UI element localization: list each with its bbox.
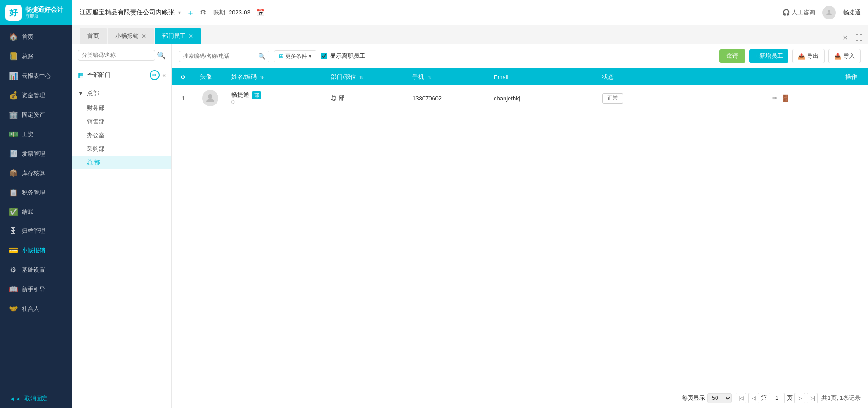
tab-dept-emp-label: 部门员工 (162, 32, 186, 40)
sidebar-item-ledger[interactable]: 📒 总账 (0, 47, 72, 66)
dept-child-purchase-label: 采购部 (87, 145, 104, 152)
dept-parent-label: 总部 (87, 90, 99, 97)
sidebar-label-capital: 资金管理 (22, 91, 45, 100)
name-sort-icon[interactable]: ⇅ (260, 75, 264, 80)
dept-search-icon[interactable]: 🔍 (157, 51, 166, 60)
support-label: 人工咨询 (792, 9, 815, 17)
company-dropdown-icon[interactable]: ▾ (178, 9, 181, 16)
sidebar-label-tax: 税务管理 (22, 189, 45, 197)
sidebar-item-fixed-assets[interactable]: 🏢 固定资产 (0, 105, 72, 124)
close-tab-icon[interactable]: ✕ (840, 32, 850, 44)
add-employee-button[interactable]: + 新增员工 (749, 49, 788, 63)
tab-dept-emp[interactable]: 部门员工 ✕ (155, 28, 201, 44)
col-dept: 部门/职位 ⇅ (326, 68, 407, 85)
dept-search-input[interactable] (78, 50, 155, 61)
content-area: 🔍 ▦ 全部部门 ✏ « ▼ 总部 财务部 (72, 44, 868, 408)
sidebar-item-partner[interactable]: 🤝 社合人 (0, 299, 72, 318)
employee-table: ⚙ 头像 姓名/编码 ⇅ 部门/职位 ⇅ (172, 68, 868, 111)
sidebar-label-partner: 社合人 (22, 305, 39, 313)
settings-gear-icon[interactable]: ⚙ (200, 8, 206, 17)
sidebar-label-expense: 小畅报销 (22, 247, 45, 255)
sidebar-item-archive[interactable]: 🗄 归档管理 (0, 222, 72, 241)
import-button[interactable]: 📥 导入 (828, 49, 861, 63)
right-panel: 🔍 ⊞ 更多条件 ▾ 显示离职员工 邀请 + 新增员工 (172, 44, 868, 408)
dept-child-purchase[interactable]: 采购部 (72, 142, 171, 156)
sidebar-item-inventory[interactable]: 📦 库存核算 (0, 163, 72, 183)
sidebar-item-reports[interactable]: 📊 云报表中心 (0, 66, 72, 85)
sidebar-item-guide[interactable]: 📖 新手引导 (0, 280, 72, 299)
unpin-button[interactable]: ◄◄ 取消固定 (0, 389, 72, 408)
edit-button[interactable]: ✏ (772, 94, 778, 102)
sidebar-label-invoice: 发票管理 (22, 150, 45, 158)
sidebar: 好 畅捷通好会计 旗舰版 🏠 首页 📒 总账 📊 云报表中心 💰 资金管理 🏢 … (0, 0, 72, 408)
tab-dept-emp-close-icon[interactable]: ✕ (189, 33, 193, 39)
tab-expense-label: 小畅报销 (115, 32, 139, 40)
per-page-label: 每页显示 (682, 394, 705, 402)
col-settings: ⚙ (172, 68, 194, 85)
topbar: 江西服宝精品有限责任公司内账张 ▾ ＋ ⚙ 账期 2023-03 📅 🎧 人工咨… (72, 0, 868, 25)
per-page-select[interactable]: 50 100 200 (707, 393, 732, 403)
add-company-icon[interactable]: ＋ (186, 7, 194, 18)
sidebar-item-close[interactable]: ✅ 结账 (0, 202, 72, 222)
sidebar-item-invoice[interactable]: 🧾 发票管理 (0, 144, 72, 163)
show-resigned-checkbox[interactable] (321, 53, 327, 59)
fullscreen-icon[interactable]: ⛶ (854, 32, 864, 44)
page-prev-button[interactable]: ◁ (748, 393, 759, 403)
tab-expense[interactable]: 小畅报销 ✕ (108, 28, 154, 44)
emp-name-group: 畅捷通 部 (231, 91, 320, 99)
tab-expense-close-icon[interactable]: ✕ (142, 33, 146, 39)
calendar-icon[interactable]: 📅 (256, 8, 265, 17)
phone-sort-icon[interactable]: ⇅ (428, 75, 431, 80)
dept-edit-button[interactable]: ✏ (150, 70, 160, 80)
sidebar-item-home[interactable]: 🏠 首页 (0, 27, 72, 47)
total-info: 共1页, 1条记录 (821, 394, 861, 402)
app-logo: 好 畅捷通好会计 旗舰版 (0, 0, 72, 25)
export-button[interactable]: 📤 导出 (792, 49, 825, 63)
dept-child-general-label: 总 部 (87, 159, 100, 166)
employee-avatar (202, 90, 218, 106)
dept-grid-icon: ▦ (78, 71, 84, 79)
dept-collapse-icon[interactable]: « (162, 71, 166, 79)
pagination: 每页显示 50 100 200 |◁ ◁ 第 页 ▷ ▷| 共1页, 1 (172, 388, 868, 408)
page-nav: |◁ ◁ 第 页 ▷ ▷| (736, 393, 818, 403)
status-badge: 正常 (602, 93, 623, 104)
main-area: 江西服宝精品有限责任公司内账张 ▾ ＋ ⚙ 账期 2023-03 📅 🎧 人工咨… (72, 0, 868, 408)
dept-child-office[interactable]: 办公室 (72, 128, 171, 142)
dept-parent-node: ▼ 总部 (72, 86, 171, 101)
invite-button[interactable]: 邀请 (719, 49, 745, 63)
dept-sort-icon[interactable]: ⇅ (359, 75, 363, 80)
sidebar-item-settings[interactable]: ⚙ 基础设置 (0, 260, 72, 280)
sidebar-item-salary[interactable]: 💵 工资 (0, 124, 72, 144)
sidebar-label-fixed-assets: 固定资产 (22, 111, 45, 119)
row-num: 1 (172, 85, 194, 111)
emp-search-box[interactable]: 🔍 (179, 51, 269, 62)
col-avatar: 头像 (194, 68, 226, 85)
filter-icon: ⊞ (279, 53, 283, 59)
page-first-button[interactable]: |◁ (736, 393, 746, 403)
page-last-button[interactable]: ▷| (807, 393, 818, 403)
sidebar-label-ledger: 总账 (22, 52, 33, 61)
page-next-button[interactable]: ▷ (794, 393, 805, 403)
dept-child-sales[interactable]: 销售部 (72, 115, 171, 128)
more-filter-button[interactable]: ⊞ 更多条件 ▾ (274, 50, 316, 62)
dept-child-finance[interactable]: 财务部 (72, 101, 171, 115)
left-panel: 🔍 ▦ 全部部门 ✏ « ▼ 总部 财务部 (72, 44, 172, 408)
dept-header: ▦ 全部部门 ✏ « (72, 66, 171, 84)
sidebar-item-tax[interactable]: 📋 税务管理 (0, 183, 72, 202)
reports-icon: 📊 (9, 71, 17, 80)
support-button[interactable]: 🎧 人工咨询 (783, 9, 815, 17)
dept-child-office-label: 办公室 (87, 132, 104, 138)
sidebar-item-expense[interactable]: 💳 小畅报销 (0, 241, 72, 260)
col-status: 状态 (597, 68, 766, 85)
logout-button[interactable]: 🚪 (781, 94, 790, 102)
emp-search-input[interactable] (183, 53, 256, 59)
emp-search-icon[interactable]: 🔍 (258, 53, 265, 60)
logo-text-group: 畅捷通好会计 旗舰版 (25, 6, 63, 20)
partner-icon: 🤝 (9, 304, 17, 313)
sidebar-item-capital[interactable]: 💰 资金管理 (0, 85, 72, 105)
table-settings-icon[interactable]: ⚙ (180, 74, 186, 81)
dept-child-general[interactable]: 总 部 (72, 156, 171, 169)
tab-home[interactable]: 首页 (80, 28, 107, 44)
page-input[interactable] (769, 393, 785, 403)
import-label: 导入 (843, 52, 855, 60)
